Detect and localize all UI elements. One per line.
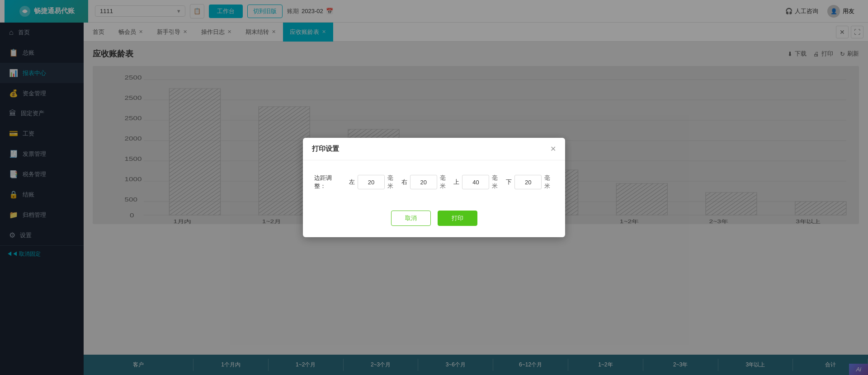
print-settings-dialog: 打印设置 ✕ 边距调整： 左 毫米 右 毫米 上 毫米 xyxy=(303,138,565,237)
right-margin-input[interactable] xyxy=(410,175,437,189)
bottom-margin-input[interactable] xyxy=(514,175,542,189)
modal-close-button[interactable]: ✕ xyxy=(550,145,556,153)
modal-body: 边距调整： 左 毫米 右 毫米 上 毫米 下 xyxy=(303,160,565,204)
left-margin-input[interactable] xyxy=(358,175,385,189)
bottom-margin-group: 下 毫米 xyxy=(506,174,554,190)
top-margin-group: 上 毫米 xyxy=(453,174,501,190)
right-direction-label: 右 xyxy=(401,178,407,186)
left-direction-label: 左 xyxy=(349,178,355,186)
bottom-unit: 毫米 xyxy=(544,174,554,190)
modal-header: 打印设置 ✕ xyxy=(303,138,565,160)
confirm-print-button[interactable]: 打印 xyxy=(438,211,477,226)
right-unit: 毫米 xyxy=(440,174,449,190)
margin-label: 边距调整： xyxy=(314,174,342,190)
top-margin-input[interactable] xyxy=(462,175,489,189)
modal-overlay: 打印设置 ✕ 边距调整： 左 毫米 右 毫米 上 毫米 xyxy=(0,0,868,375)
modal-title: 打印设置 xyxy=(312,145,339,153)
bottom-direction-label: 下 xyxy=(506,178,512,186)
left-margin-group: 左 毫米 xyxy=(349,174,397,190)
margin-setting-row: 边距调整： 左 毫米 右 毫米 上 毫米 下 xyxy=(314,174,554,190)
left-unit: 毫米 xyxy=(387,174,397,190)
cancel-button[interactable]: 取消 xyxy=(391,211,431,226)
top-unit: 毫米 xyxy=(492,174,501,190)
top-direction-label: 上 xyxy=(453,178,459,186)
modal-footer: 取消 打印 xyxy=(303,204,565,237)
right-margin-group: 右 毫米 xyxy=(401,174,449,190)
